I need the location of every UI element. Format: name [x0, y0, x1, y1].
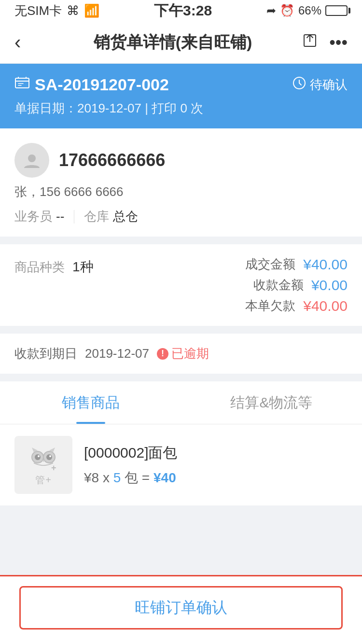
- product-price: ¥8 x 5 包 = ¥40: [84, 469, 348, 487]
- carrier-text: 无SIM卡: [14, 2, 62, 19]
- customer-phone: 17666666666: [59, 150, 165, 170]
- order-separator: |: [145, 101, 152, 115]
- order-id: SA-20191207-002: [14, 75, 169, 94]
- product-total: ¥40: [153, 470, 176, 485]
- svg-point-8: [38, 455, 40, 457]
- confirm-order-button[interactable]: 旺铺订单确认: [19, 586, 343, 630]
- nav-bar: ‹ 销货单详情(来自旺铺) •••: [0, 21, 362, 64]
- warehouse-label: 仓库: [84, 208, 109, 225]
- summary-left: 商品种类 1种: [14, 256, 94, 276]
- product-item: + 管+ [0000002]面包 ¥8 x 5 包 = ¥40: [0, 424, 362, 505]
- order-meta: 单据日期：2019-12-07 | 打印 0 次: [14, 100, 348, 117]
- salesperson-value: --: [56, 209, 64, 224]
- received-amount-line: 收款金额 ¥0.00: [253, 277, 348, 294]
- salesperson-info: 业务员 --: [14, 208, 64, 225]
- salesperson-label: 业务员: [14, 208, 52, 225]
- alarm-icon: ⏰: [280, 4, 294, 17]
- product-types-value: 1种: [72, 258, 94, 276]
- warehouse-value: 总仓: [113, 208, 138, 225]
- status-text: 待确认: [310, 76, 348, 93]
- product-qty: 5: [113, 470, 121, 485]
- due-date-label: 收款到期日: [14, 345, 77, 362]
- svg-text:+: +: [51, 463, 56, 473]
- product-thumbnail: + 管+: [14, 436, 72, 494]
- avatar: [14, 143, 49, 178]
- wifi-icon: ⌘: [67, 3, 79, 18]
- customer-info-card: 17666666666 张，156 6666 6666 业务员 -- 仓库 总仓: [0, 128, 362, 237]
- svg-point-7: [46, 454, 52, 460]
- status-time: 下午3:28: [154, 1, 212, 21]
- owed-amount-label: 本单欠款: [245, 297, 295, 314]
- product-info: [0000002]面包 ¥8 x 5 包 = ¥40: [84, 443, 348, 487]
- product-unit: 包: [125, 470, 138, 485]
- tab-settlement[interactable]: 结算&物流等: [181, 381, 362, 424]
- overdue-text: 已逾期: [171, 345, 209, 362]
- back-button[interactable]: ‹: [14, 31, 43, 53]
- print-count: 打印 0 次: [152, 101, 203, 115]
- product-types-label: 商品种类: [14, 259, 65, 276]
- status-bar: 无SIM卡 ⌘ 📶 下午3:28 ➦ ⏰ 66%: [0, 0, 362, 21]
- battery-percent: 66%: [298, 4, 321, 17]
- page-title: 销货单详情(来自旺铺): [94, 31, 252, 54]
- owed-amount-value: ¥40.00: [303, 298, 348, 314]
- share-button[interactable]: [302, 32, 318, 53]
- product-name: [0000002]面包: [84, 443, 348, 463]
- product-thumb-inner: + 管+: [24, 444, 63, 487]
- order-date: 单据日期：2019-12-07: [14, 101, 141, 115]
- svg-rect-1: [15, 78, 29, 88]
- order-header-card: SA-20191207-002 待确认 单据日期：2019-12-07 | 打印…: [0, 64, 362, 128]
- header-top-row: SA-20191207-002 待确认: [14, 75, 348, 94]
- transaction-amount-label: 成交金额: [245, 256, 295, 273]
- overdue-badge: ! 已逾期: [157, 345, 209, 362]
- transaction-amount-line: 成交金额 ¥40.00: [245, 256, 348, 273]
- svg-point-3: [28, 154, 36, 162]
- due-date-card: 收款到期日 2019-12-07 ! 已逾期: [0, 334, 362, 374]
- received-amount-label: 收款金额: [253, 277, 304, 294]
- thumb-brand-text: 管+: [35, 474, 52, 487]
- warehouse-info: 仓库 总仓: [84, 208, 138, 225]
- tabs-bar: 销售商品 结算&物流等: [0, 381, 362, 424]
- more-button[interactable]: •••: [329, 32, 348, 53]
- tab-sales-products-label: 销售商品: [62, 393, 120, 413]
- tab-sales-products[interactable]: 销售商品: [0, 381, 181, 424]
- divider: [74, 210, 74, 224]
- owed-amount-line: 本单欠款 ¥40.00: [245, 297, 348, 314]
- customer-name: 张，156 6666 6666: [14, 183, 348, 200]
- location-icon: ➦: [266, 4, 276, 17]
- summary-card: 商品种类 1种 成交金额 ¥40.00 收款金额 ¥0.00 本单欠款 ¥40.…: [0, 244, 362, 326]
- confirm-order-label: 旺铺订单确认: [135, 597, 227, 618]
- tab-settlement-label: 结算&物流等: [230, 393, 312, 413]
- bottom-action-bar: 旺铺订单确认: [0, 575, 362, 644]
- transaction-amount-value: ¥40.00: [303, 256, 348, 273]
- price-equals: =: [142, 470, 153, 485]
- price-text: ¥8: [84, 470, 99, 485]
- nav-actions: •••: [302, 32, 348, 53]
- status-bar-right: ➦ ⏰ 66%: [266, 4, 348, 17]
- received-amount-value: ¥0.00: [311, 277, 348, 294]
- customer-row: 17666666666: [14, 143, 348, 178]
- due-date-value: 2019-12-07: [85, 346, 149, 361]
- overdue-icon: !: [157, 348, 168, 360]
- order-status-badge: 待确认: [292, 76, 348, 93]
- svg-point-9: [49, 455, 51, 457]
- order-icon: [14, 76, 30, 94]
- clock-icon: [292, 76, 306, 93]
- order-id-text: SA-20191207-002: [35, 75, 169, 94]
- status-bar-left: 无SIM卡 ⌘ 📶: [14, 2, 99, 19]
- battery-icon: [325, 5, 348, 16]
- wifi-label: 📶: [84, 3, 99, 18]
- summary-right: 成交金额 ¥40.00 收款金额 ¥0.00 本单欠款 ¥40.00: [245, 256, 348, 314]
- svg-point-6: [35, 454, 41, 460]
- price-multiply: x: [103, 470, 113, 485]
- customer-meta-row: 业务员 -- 仓库 总仓: [14, 208, 348, 225]
